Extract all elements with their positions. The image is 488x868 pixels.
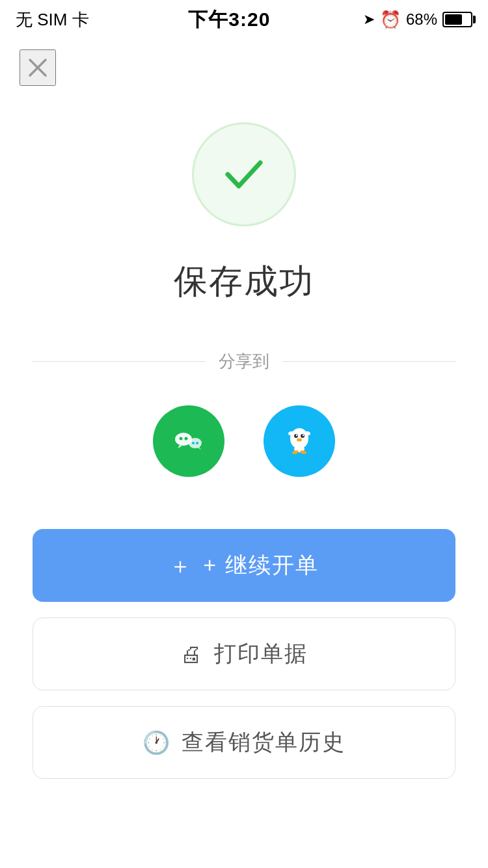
svg-point-4 <box>180 437 183 441</box>
print-label: 打印单据 <box>214 639 308 669</box>
status-right: ➤ ⏰ 68% <box>363 10 472 30</box>
qq-share-button[interactable] <box>264 405 335 477</box>
svg-point-14 <box>297 439 302 442</box>
qq-icon <box>280 422 319 461</box>
svg-point-5 <box>185 437 188 441</box>
carrier-text: 无 SIM 卡 <box>16 8 89 31</box>
alarm-icon: ⏰ <box>380 10 401 30</box>
history-button[interactable]: 🕐 查看销货单历史 <box>33 706 455 779</box>
svg-point-3 <box>189 438 202 448</box>
wechat-icon <box>169 422 208 461</box>
wechat-share-button[interactable] <box>153 405 224 477</box>
svg-point-10 <box>294 434 298 438</box>
checkmark-icon <box>218 148 270 200</box>
status-time: 下午3:20 <box>188 7 270 33</box>
printer-icon: 🖨 <box>180 643 202 665</box>
svg-point-6 <box>192 442 195 444</box>
svg-point-7 <box>196 442 198 444</box>
status-carrier: 无 SIM 卡 <box>16 8 96 31</box>
share-label: 分享到 <box>219 350 269 373</box>
share-divider: 分享到 <box>33 350 455 373</box>
clock-icon: 🕐 <box>142 731 170 753</box>
main-content: 保存成功 分享到 <box>0 96 488 868</box>
location-icon: ➤ <box>363 11 375 28</box>
battery-icon <box>442 12 472 27</box>
share-icons-row <box>153 405 335 477</box>
history-label: 查看销货单历史 <box>182 727 346 757</box>
nav-bar <box>0 39 488 96</box>
divider-left <box>33 361 206 362</box>
battery-percent: 68% <box>406 10 437 29</box>
print-button[interactable]: 🖨 打印单据 <box>33 617 455 690</box>
continue-button[interactable]: ＋ + 继续开单 <box>33 529 455 602</box>
svg-point-13 <box>303 435 304 436</box>
continue-label: + 继续开单 <box>203 550 318 580</box>
plus-icon: ＋ <box>169 554 191 576</box>
action-buttons: ＋ + 继续开单 🖨 打印单据 🕐 查看销货单历史 <box>33 529 455 779</box>
divider-right <box>282 361 455 362</box>
svg-point-11 <box>301 434 305 438</box>
success-icon-circle <box>192 122 296 226</box>
close-button[interactable] <box>20 49 56 86</box>
success-title: 保存成功 <box>174 259 314 305</box>
status-bar: 无 SIM 卡 下午3:20 ➤ ⏰ 68% <box>0 0 488 39</box>
svg-point-12 <box>296 435 297 436</box>
